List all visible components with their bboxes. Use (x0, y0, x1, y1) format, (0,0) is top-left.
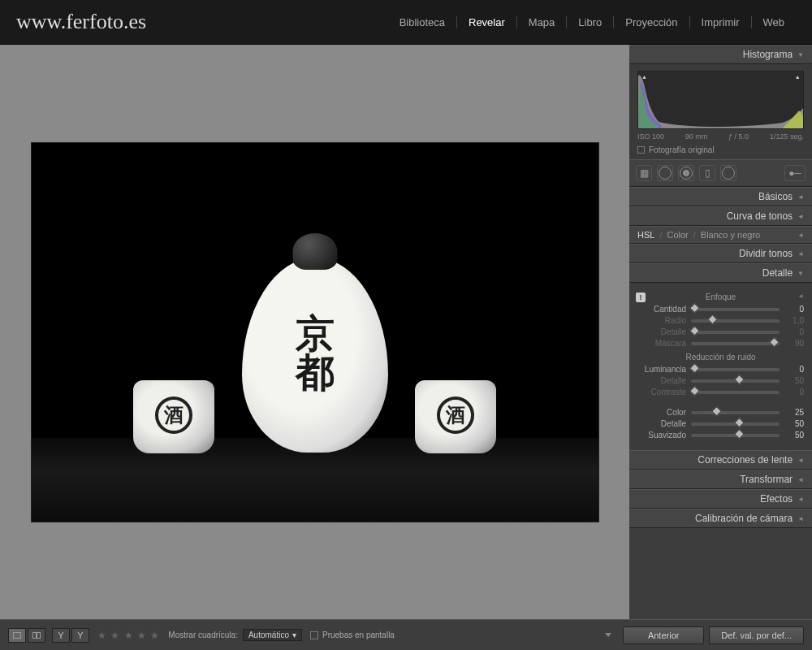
panel-lente[interactable]: Correcciones de lente◄ (629, 450, 812, 470)
view-compare-icon[interactable] (28, 628, 45, 643)
rating-stars[interactable]: ★ ★ ★ ★ ★ (97, 630, 160, 641)
panel-detalle[interactable]: Detalle▼ (629, 263, 812, 283)
panel-calibracion[interactable]: Calibración de cámara◄ (629, 509, 812, 528)
bottom-toolbar: Y Y ★ ★ ★ ★ ★ Mostrar cuadrícula: Automá… (0, 619, 812, 650)
brand-text: www.ferfoto.es (16, 10, 146, 34)
svg-text:▲: ▲ (641, 74, 647, 80)
nav-biblioteca[interactable]: Biblioteca (388, 16, 457, 28)
section-ruido: Reducción de ruido (637, 353, 804, 362)
view-before-icon[interactable]: Y (52, 628, 70, 643)
slider-detalle-color[interactable]: Detalle50 (637, 419, 804, 428)
slider-luminancia[interactable]: Luminancia0 (637, 365, 804, 374)
nav-revelar[interactable]: Revelar (457, 16, 517, 28)
slider-color[interactable]: Color25 (637, 408, 804, 417)
nav-imprimir[interactable]: Imprimir (690, 16, 752, 28)
original-photo-checkbox[interactable]: Fotografía original (637, 145, 804, 154)
top-bar: www.ferfoto.es Biblioteca Revelar Mapa L… (0, 0, 812, 45)
previous-button[interactable]: Anterior (623, 626, 704, 644)
panel-curva[interactable]: Curva de tonos◄ (629, 206, 812, 226)
panel-dividir[interactable]: Dividir tonos◄ (629, 244, 812, 263)
detail-panel-body: Enfoque Cantidad0 Radio1,0 Detalle0 Másc… (629, 283, 812, 450)
soft-proof-checkbox[interactable]: Pruebas en pantalla (310, 630, 395, 639)
radial-tool-icon[interactable] (720, 165, 736, 181)
slider-detalle-enfoque[interactable]: Detalle0 (637, 327, 804, 336)
sake-cup-left: 酒 (133, 380, 214, 453)
grid-mode-select[interactable]: Automático▾ (243, 629, 302, 641)
nav-proyeccion[interactable]: Proyección (614, 16, 689, 28)
panel-histogram-header[interactable]: Histograma▼ (629, 45, 812, 64)
section-enfoque: Enfoque (637, 292, 804, 301)
histogram-chart[interactable]: ▲ ▲ (637, 71, 804, 129)
view-mode-buttons: Y Y (8, 628, 89, 643)
kanji-text: 京 都 (296, 314, 335, 392)
photo-preview: 酒 酒 京 都 (31, 142, 599, 522)
grid-overlay-control: Mostrar cuadrícula: Automático▾ (168, 629, 302, 641)
slider-radio[interactable]: Radio1,0 (637, 316, 804, 325)
panel-transformar[interactable]: Transformar◄ (629, 470, 812, 489)
toolbar-expand-icon[interactable] (605, 633, 611, 637)
gradient-tool-icon[interactable]: ▯ (699, 165, 715, 181)
slider-suavizado[interactable]: Suavizado50 (637, 431, 804, 440)
brush-tool-icon[interactable]: ●─ (784, 165, 806, 181)
view-after-icon[interactable]: Y (71, 628, 89, 643)
nav-mapa[interactable]: Mapa (517, 16, 568, 28)
slider-contraste[interactable]: Contraste0 (637, 388, 804, 396)
grid-label: Mostrar cuadrícula: (168, 630, 238, 639)
view-loupe-icon[interactable] (8, 628, 26, 643)
slider-cantidad[interactable]: Cantidad0 (637, 305, 804, 314)
panel-efectos[interactable]: Efectos◄ (629, 489, 812, 509)
panel-basicos[interactable]: Básicos◄ (629, 187, 812, 206)
nav-libro[interactable]: Libro (567, 16, 614, 28)
sake-cup-right: 酒 (415, 380, 496, 453)
spot-tool-icon[interactable] (657, 165, 673, 181)
slider-detalle-lum[interactable]: Detalle50 (637, 376, 804, 385)
canvas-area[interactable]: 酒 酒 京 都 (0, 45, 629, 619)
module-nav: Biblioteca Revelar Mapa Libro Proyección… (388, 16, 796, 28)
exposure-info: ISO 100 90 mm ƒ / 5.0 1/125 seg. (637, 132, 804, 141)
panel-hsl[interactable]: HSL/Color/Blanco y negro ◄ (629, 226, 812, 244)
slider-mascara[interactable]: Máscara90 (637, 339, 804, 348)
svg-text:▲: ▲ (795, 74, 801, 80)
nav-web[interactable]: Web (752, 16, 797, 28)
histogram-box: ▲ ▲ ISO 100 90 mm ƒ / 5.0 1/125 seg. Fot… (629, 64, 812, 159)
redeye-tool-icon[interactable] (678, 165, 694, 181)
right-panel: Histograma▼ ▲ ▲ ISO 100 90 mm ƒ / 5.0 1/… (629, 45, 812, 619)
reset-defaults-button[interactable]: Def. val. por def... (709, 626, 804, 644)
local-adjust-toolstrip: ▦ ▯ ●─ (629, 159, 812, 187)
sake-bottle: 京 都 (242, 258, 388, 453)
crop-tool-icon[interactable]: ▦ (636, 165, 652, 181)
